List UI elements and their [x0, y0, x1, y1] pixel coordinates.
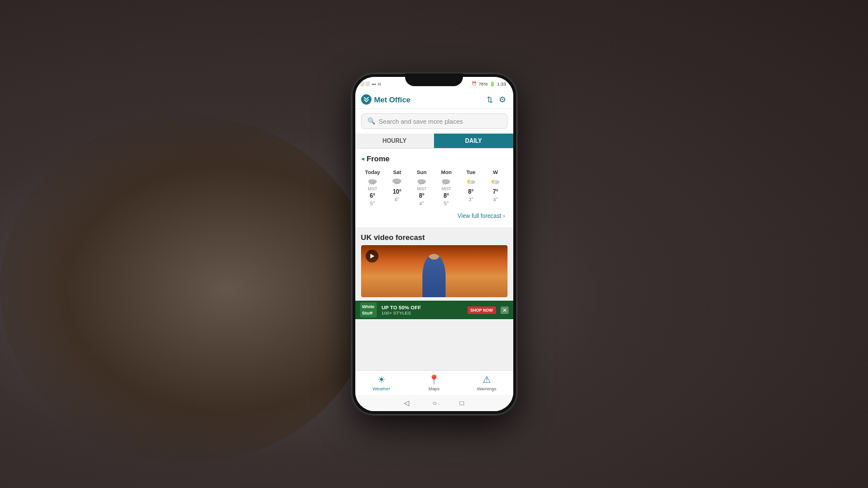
forecast-day-sun: Sun MIST 8° 4° — [410, 168, 434, 208]
search-bar[interactable]: 🔍 Search and save more places — [361, 113, 507, 129]
day-label-sun: Sun — [417, 169, 426, 175]
weather-card: ◂ Frome Today — [355, 149, 513, 227]
svg-point-16 — [442, 179, 447, 183]
weather-icon-wed — [490, 177, 501, 185]
location-header: ◂ Frome — [361, 154, 507, 163]
tab-hourly[interactable]: HOURLY — [355, 134, 435, 148]
nav-warnings-label: Warnings — [477, 386, 496, 391]
temp-high-wed: 7° — [492, 188, 498, 195]
nav-weather[interactable]: ☀ Weather — [355, 373, 408, 393]
forecast-grid: Today MIST 6° 5° — [361, 168, 507, 208]
weather-nav-icon: ☀ — [377, 374, 385, 385]
svg-line-6 — [373, 184, 374, 185]
temp-high-tue: 8° — [468, 188, 474, 195]
search-container: 🔍 Search and save more places — [355, 109, 513, 134]
location-pin-icon: ◂ — [361, 155, 365, 162]
weather-label-today: MIST — [367, 187, 377, 191]
data-icon: H — [378, 82, 381, 86]
temp-low-today: 5° — [370, 201, 375, 206]
forecast-day-mon: Mon MIST 8° 5° — [435, 168, 458, 208]
sim-icon: ⬜⬜ — [360, 82, 370, 86]
logo-area: Met Office — [361, 94, 411, 105]
ad-logo: WhiteStuff — [360, 302, 377, 318]
nav-maps[interactable]: 📍 Maps — [408, 373, 461, 393]
warning-nav-icon: ⚠ — [483, 374, 491, 385]
temp-low-wed: 4° — [493, 197, 498, 202]
header-icons: ⇅ ⚙ — [487, 95, 506, 104]
weather-icon-sun — [416, 177, 428, 185]
svg-line-19 — [445, 184, 446, 185]
weather-label-sun: MIST — [417, 187, 426, 191]
weather-icon-today — [367, 177, 378, 185]
temp-high-mon: 8° — [443, 193, 449, 199]
android-home-button[interactable]: ○ — [432, 399, 436, 407]
svg-point-2 — [368, 179, 373, 183]
ad-banner: WhiteStuff UP TO 50% OFF 100+ STYLES SHO… — [355, 301, 513, 319]
video-thumbnail[interactable] — [361, 245, 507, 297]
day-label-today: Today — [365, 169, 380, 175]
svg-point-17 — [446, 180, 450, 183]
day-label-sat: Sat — [393, 169, 401, 175]
settings-icon[interactable]: ⚙ — [499, 95, 506, 104]
temp-low-mon: 5° — [444, 201, 449, 206]
alarm-icon: ⏰ — [472, 82, 477, 86]
day-label-wed: W — [493, 169, 498, 175]
svg-point-9 — [397, 179, 402, 183]
temp-high-sat: 10° — [393, 188, 402, 195]
chevron-right-icon: › — [503, 213, 505, 219]
ad-close-button[interactable]: ✕ — [501, 306, 509, 314]
app-header: Met Office ⇅ ⚙ — [355, 91, 513, 109]
logo-text: Met Office — [374, 95, 411, 104]
forecast-day-sat: Sat 10° 6° — [385, 168, 409, 208]
android-recents-button[interactable]: □ — [460, 399, 464, 407]
filter-icon[interactable]: ⇅ — [487, 95, 493, 104]
clock: 1:33 — [497, 82, 506, 87]
video-section: UK video forecast — [355, 227, 513, 301]
battery-percent: 76% — [479, 82, 488, 87]
temp-high-today: 6° — [370, 193, 376, 199]
temp-low-sun: 4° — [419, 201, 424, 206]
ad-text: UP TO 50% OFF 100+ STYLES — [381, 305, 462, 316]
nav-maps-label: Maps — [428, 386, 440, 391]
play-button[interactable] — [366, 250, 378, 263]
tabs-container: HOURLY DAILY — [355, 134, 513, 149]
weather-label-mon: MIST — [442, 187, 451, 191]
bottom-nav: ☀ Weather 📍 Maps ⚠ Warnings — [355, 370, 513, 395]
location-name: Frome — [367, 154, 390, 163]
svg-line-5 — [372, 184, 372, 185]
forecast-day-tue: Tue 8° 3° — [459, 168, 483, 208]
svg-point-22 — [468, 180, 472, 183]
forecast-day-wed: W 7° 4° — [484, 168, 507, 208]
met-office-logo-icon — [361, 94, 372, 105]
weather-icon-tue — [465, 177, 477, 185]
map-nav-icon: 📍 — [428, 374, 440, 385]
search-icon: 🔍 — [367, 117, 376, 125]
phone-notch — [405, 73, 463, 86]
svg-point-11 — [417, 179, 422, 183]
svg-line-4 — [369, 183, 370, 185]
nav-warnings[interactable]: ⚠ Warnings — [461, 373, 513, 393]
content-area: ◂ Frome Today — [355, 149, 513, 370]
nav-weather-label: Weather — [373, 386, 390, 391]
android-nav-bar: ◁ ○ □ — [355, 395, 513, 411]
signal-bars: ▪▪▪ — [372, 82, 376, 86]
phone-screen: ⬜⬜ ▪▪▪ H ⏰ 76% 🔋 1:33 Met Office — [355, 77, 513, 411]
day-label-mon: Mon — [441, 169, 452, 175]
view-full-forecast-link[interactable]: View full forecast › — [361, 208, 507, 221]
video-title: UK video forecast — [361, 233, 507, 242]
status-left: ⬜⬜ ▪▪▪ H — [360, 82, 381, 86]
svg-line-18 — [443, 183, 444, 185]
temp-high-sun: 8° — [419, 193, 425, 199]
weather-icon-sat — [391, 177, 403, 185]
forecast-day-today: Today MIST 6° 5° — [361, 168, 385, 208]
android-back-button[interactable]: ◁ — [404, 399, 409, 407]
tab-daily[interactable]: DAILY — [434, 134, 513, 148]
ad-cta-button[interactable]: SHOP NOW — [468, 306, 496, 314]
phone-device: ⬜⬜ ▪▪▪ H ⏰ 76% 🔋 1:33 Met Office — [352, 73, 517, 415]
status-right: ⏰ 76% 🔋 1:33 — [472, 82, 506, 87]
search-placeholder: Search and save more places — [379, 118, 464, 125]
temp-low-tue: 3° — [468, 197, 473, 202]
svg-line-14 — [421, 184, 421, 185]
battery-icon: 🔋 — [490, 82, 495, 87]
temp-low-sat: 6° — [395, 197, 400, 202]
